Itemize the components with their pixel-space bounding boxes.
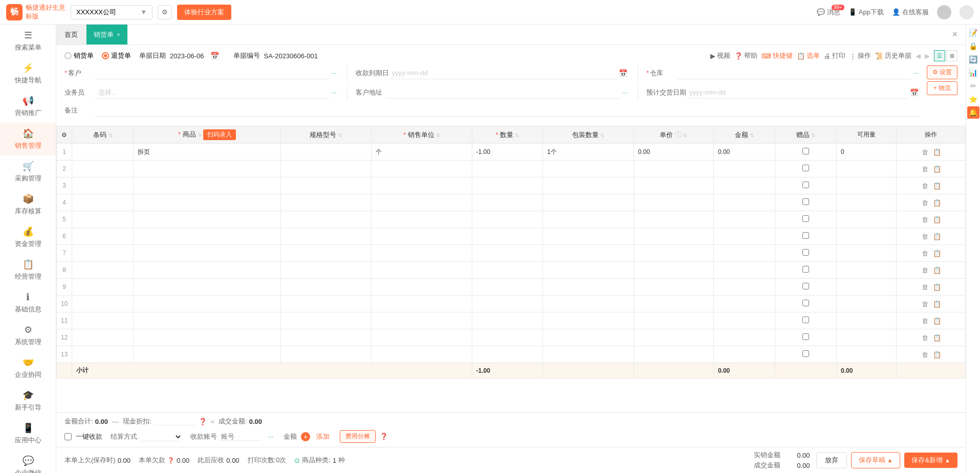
sidebar-item-wechat[interactable]: 💬 企业微信 [0, 450, 56, 473]
app-download-button[interactable]: 📱 App下载 [848, 8, 884, 17]
gift-checkbox-4[interactable] [802, 198, 809, 205]
delete-row-btn-11[interactable]: 🗑 [920, 316, 930, 326]
product-type-icon[interactable]: ⊙ [294, 457, 300, 464]
sort-spec[interactable]: ⇅ [338, 132, 342, 138]
address-input[interactable] [386, 86, 621, 99]
tab-sales-order[interactable]: 销货单 × [86, 25, 127, 44]
right-btn-3[interactable]: 🔄 [967, 53, 979, 65]
add-payment-button[interactable]: + [301, 432, 310, 441]
copy-row-btn-5[interactable]: 📋 [932, 214, 942, 224]
sidebar-item-guide[interactable]: 🎓 新手引导 [0, 385, 56, 417]
operation-button[interactable]: ⋮ 操作 [850, 51, 871, 60]
cell-gift[interactable] [775, 144, 836, 161]
select-button[interactable]: 📋 选单 [797, 51, 820, 60]
view-list-btn[interactable]: ☰ [934, 50, 945, 61]
cell-qty[interactable]: -1.00 [472, 144, 543, 161]
col-settings[interactable]: ⚙ [57, 126, 72, 144]
sort-pkg[interactable]: ⇅ [600, 132, 604, 138]
cell-barcode[interactable] [72, 144, 134, 161]
copy-row-btn-4[interactable]: 📋 [932, 197, 942, 208]
online-support-button[interactable]: 👤 在线客服 [892, 8, 929, 17]
copy-row-btn-13[interactable]: 📋 [932, 349, 942, 359]
payment-date-input[interactable] [389, 67, 617, 79]
cell-spec[interactable] [280, 144, 372, 161]
delete-row-btn-3[interactable]: 🗑 [920, 181, 930, 191]
close-all-tabs[interactable]: × [944, 29, 966, 40]
gift-checkbox-6[interactable] [802, 232, 809, 239]
gift-checkbox-11[interactable] [802, 317, 809, 323]
sort-barcode[interactable]: ⇅ [108, 132, 113, 138]
calendar-icon-2[interactable]: 📅 [617, 69, 629, 77]
copy-row-btn-6[interactable]: 📋 [932, 231, 942, 241]
video-button[interactable]: ▶ 视频 [710, 51, 730, 60]
sidebar-item-quick-nav[interactable]: ⚡ 快捷导航 [0, 57, 56, 90]
gift-checkbox-5[interactable] [802, 215, 809, 222]
warehouse-input[interactable]: 建材仓 [677, 67, 911, 79]
cell-pkg-qty[interactable]: 1个 [543, 144, 634, 161]
sidebar-item-finance[interactable]: 💰 资金管理 [0, 221, 56, 254]
delete-row-btn-9[interactable]: 🗑 [920, 282, 930, 292]
copy-row-btn-2[interactable]: 📋 [932, 164, 942, 174]
settlement-select[interactable] [141, 432, 182, 441]
fee-help-icon[interactable]: ❓ [380, 433, 388, 440]
sidebar-item-search[interactable]: ☰ 搜索菜单 [0, 25, 56, 57]
right-btn-7[interactable]: 🔔 [967, 106, 979, 119]
shortcut-button[interactable]: ⌨ 快捷键 [761, 51, 793, 60]
sidebar-item-app[interactable]: 📱 应用中心 [0, 417, 56, 450]
warehouse-more-icon[interactable]: ··· [911, 70, 921, 77]
copy-row-btn-8[interactable]: 📋 [932, 265, 942, 275]
sidebar-item-operation[interactable]: 📋 经营管理 [0, 254, 56, 286]
copy-row-btn[interactable]: 📋 [932, 147, 942, 157]
history-button[interactable]: 📜 历史单据 [875, 51, 911, 60]
cash-discount-input[interactable] [154, 417, 194, 425]
gift-checkbox-13[interactable] [802, 350, 809, 357]
sort-amount[interactable]: ⇅ [750, 132, 754, 138]
cell-unit[interactable]: 个 [372, 144, 472, 161]
copy-row-btn-3[interactable]: 📋 [932, 181, 942, 191]
delete-row-btn-6[interactable]: 🗑 [920, 231, 930, 241]
scan-button[interactable]: 扫码录入 [203, 129, 236, 140]
copy-row-btn-12[interactable]: 📋 [932, 332, 942, 343]
sidebar-item-marketing[interactable]: 📢 营销推广 [0, 90, 56, 123]
copy-row-btn-9[interactable]: 📋 [932, 282, 942, 292]
sort-gift[interactable]: ⇅ [811, 132, 815, 138]
customer-more-icon[interactable]: ··· [330, 70, 339, 77]
save-new-button[interactable]: 保存&新增 ▲ [904, 453, 957, 468]
sidebar-item-inventory[interactable]: 📦 库存核算 [0, 188, 56, 221]
gift-checkbox-3[interactable] [802, 182, 809, 188]
nav-prev-icon[interactable]: ◀ [916, 52, 921, 60]
address-more-icon[interactable]: ··· [620, 89, 629, 96]
delete-row-btn-7[interactable]: 🗑 [920, 248, 930, 258]
gift-checkbox-10[interactable] [802, 300, 809, 306]
right-btn-5[interactable]: ✏ [967, 80, 979, 92]
copy-row-btn-7[interactable]: 📋 [932, 248, 942, 258]
customer-input[interactable] [95, 67, 330, 79]
avatar[interactable] [937, 5, 951, 19]
due-help-icon[interactable]: ❓ [167, 457, 175, 464]
calendar-icon-3[interactable]: 📅 [908, 88, 921, 97]
sidebar-item-enterprise[interactable]: 🤝 企业协同 [0, 352, 56, 385]
salesman-input[interactable] [95, 86, 330, 99]
copy-row-btn-10[interactable]: 📋 [932, 299, 942, 309]
delete-row-btn[interactable]: 🗑 [920, 147, 930, 157]
sidebar-item-basic[interactable]: ℹ 基础信息 [0, 286, 56, 319]
view-grid-btn[interactable]: ⊞ [946, 50, 957, 61]
right-btn-6[interactable]: ⭐ [967, 93, 979, 105]
sidebar-item-sales[interactable]: 🏠 销售管理 [0, 123, 56, 155]
message-button[interactable]: 💬 消息 99+ [817, 8, 840, 17]
tab-close-icon[interactable]: × [117, 31, 120, 38]
print-button[interactable]: 🖨 打印 [824, 51, 845, 60]
right-btn-2[interactable]: 🔒 [967, 40, 979, 52]
tab-home[interactable]: 首页 [56, 25, 86, 44]
delete-row-btn-12[interactable]: 🗑 [920, 332, 930, 343]
copy-row-btn-11[interactable]: 📋 [932, 316, 942, 326]
calendar-icon[interactable]: 📅 [208, 52, 221, 60]
sort-unit[interactable]: ⇅ [436, 132, 440, 138]
fee-split-button[interactable]: 费用分摊 [340, 430, 376, 443]
account-more-icon[interactable]: ··· [266, 433, 275, 440]
delete-row-btn-5[interactable]: 🗑 [920, 214, 930, 224]
gift-checkbox-7[interactable] [802, 249, 809, 256]
notes-input[interactable] [95, 104, 921, 117]
gift-checkbox-12[interactable] [802, 333, 809, 340]
delete-row-btn-4[interactable]: 🗑 [920, 197, 930, 208]
